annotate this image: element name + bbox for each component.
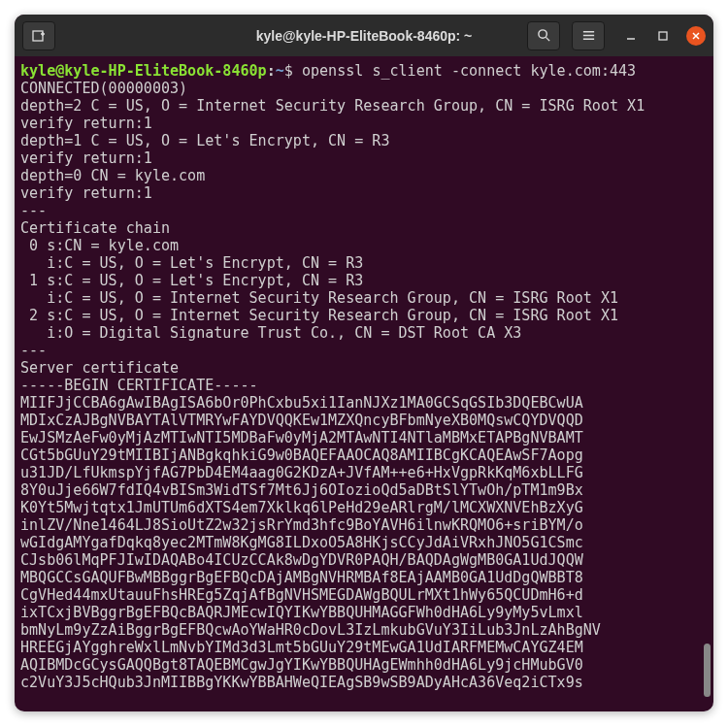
output-line: CGt5bGUuY29tMIIBIjANBgkqhkiG9w0BAQEFAAOC…: [20, 446, 708, 464]
output-line: ---: [20, 342, 708, 359]
minimize-button[interactable]: [622, 27, 639, 44]
output-line: bmNyLm9yZzAiBggrBgEFBQcwAoYWaHR0cDovL3Iz…: [20, 621, 708, 639]
command-text: openssl s_client -connect kyle.com:443: [302, 62, 636, 80]
output-line: MIIFJjCCBA6gAwIBAgISA6bOr0PhCxbu5xi1IanN…: [20, 394, 708, 412]
output-line: HREEGjAYgghreWxlLmNvbYIMd3d3Lmt5bGUuY29t…: [20, 639, 708, 656]
search-button[interactable]: [527, 21, 560, 50]
output-line: MDIxCzAJBgNVBAYTAlVTMRYwFAYDVQQKEw1MZXQn…: [20, 412, 708, 429]
output-line: EwJSMzAeFw0yMjAzMTIwNTI5MDBaFw0yMjA2MTAw…: [20, 429, 708, 446]
output-line: -----BEGIN CERTIFICATE-----: [20, 377, 708, 394]
titlebar: kyle@kyle-HP-EliteBook-8460p: ~: [15, 15, 713, 56]
output-line: i:C = US, O = Internet Security Research…: [20, 289, 708, 307]
output-line: K0Yt5Mwjtqtx1JmUTUm6dXTS4em7Xklkq6lPeHd2…: [20, 499, 708, 516]
output-line: CJsb06lMqPFJIwIDAQABo4ICUzCCAk8wDgYDVR0P…: [20, 551, 708, 569]
minimize-icon: [625, 30, 637, 42]
new-tab-icon: [31, 28, 47, 44]
hamburger-icon: [581, 28, 596, 43]
output-line: u31JD/LfUkmspYjfAG7PbD4EM4aag0G2KDzA+JVf…: [20, 464, 708, 481]
terminal-window: kyle@kyle-HP-EliteBook-8460p: ~: [15, 15, 713, 711]
output-line: c2VuY3J5cHQub3JnMIIBBgYKKwYBBAHWeQIEAgSB…: [20, 674, 708, 691]
prompt-symbol: $: [284, 62, 293, 80]
close-icon: [691, 31, 701, 41]
scrollbar-thumb[interactable]: [704, 644, 711, 697]
output-line: depth=1 C = US, O = Let's Encrypt, CN = …: [20, 132, 708, 149]
prompt-user-host: kyle@kyle-HP-EliteBook-8460p: [20, 62, 267, 80]
output-line: i:O = Digital Signature Trust Co., CN = …: [20, 324, 708, 342]
output-line: Certificate chain: [20, 219, 708, 237]
output-line: depth=2 C = US, O = Internet Security Re…: [20, 97, 708, 115]
menu-button[interactable]: [572, 21, 605, 50]
close-button[interactable]: [686, 26, 706, 46]
svg-point-3: [538, 30, 546, 38]
output-line: wGIdgAMYgafDqkq8yec2MTmW8KgMG8ILDxoO5A8H…: [20, 534, 708, 551]
output-line: 1 s:C = US, O = Let's Encrypt, CN = R3: [20, 272, 708, 289]
output-line: CONNECTED(00000003): [20, 80, 708, 97]
svg-line-4: [546, 37, 549, 41]
output-line: ---: [20, 202, 708, 219]
maximize-icon: [657, 30, 669, 42]
output-line: depth=0 CN = kyle.com: [20, 167, 708, 184]
output-line: CgVHed44mxUtauuFhsHREg5ZqjAfBgNVHSMEGDAW…: [20, 586, 708, 604]
output-line: Server certificate: [20, 359, 708, 377]
output-line: 8Y0uJje66W7fdIQ4vBISm3WidTSf7Mt6Jj6OIozi…: [20, 481, 708, 499]
output-line: verify return:1: [20, 184, 708, 202]
output-line: 0 s:CN = kyle.com: [20, 237, 708, 254]
output-line: inlZV/Nne1464LJ8SioUtZ2w32jsRrYmd3hfc9Bo…: [20, 516, 708, 534]
output-line: AQIBMDcGCysGAQQBgt8TAQEBMCgwJgYIKwYBBQUH…: [20, 656, 708, 674]
prompt-path: ~: [276, 62, 284, 80]
output-line: verify return:1: [20, 115, 708, 132]
output-line: verify return:1: [20, 149, 708, 167]
terminal-body[interactable]: kyle@kyle-HP-EliteBook-8460p:~$ openssl …: [15, 56, 713, 711]
output-line: MBQGCCsGAQUFBwMBBggrBgEFBQcDAjAMBgNVHRMB…: [20, 569, 708, 586]
new-tab-button[interactable]: [22, 21, 55, 50]
output-line: i:C = US, O = Let's Encrypt, CN = R3: [20, 254, 708, 272]
window-title: kyle@kyle-HP-EliteBook-8460p: ~: [256, 28, 473, 44]
maximize-button[interactable]: [654, 27, 671, 44]
svg-rect-0: [33, 31, 43, 41]
output-line: ixTCxjBVBggrBgEFBQcBAQRJMEcwIQYIKwYBBQUH…: [20, 604, 708, 621]
output-line: 2 s:C = US, O = Internet Security Resear…: [20, 307, 708, 324]
search-icon: [537, 28, 551, 43]
svg-rect-9: [659, 32, 667, 40]
